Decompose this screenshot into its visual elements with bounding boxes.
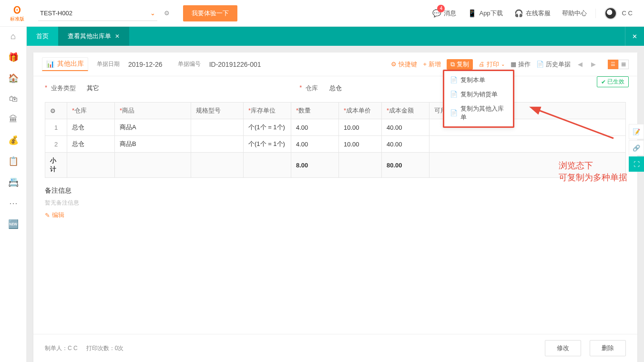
gift-icon[interactable]: 🎁	[8, 52, 19, 62]
subtotal-label: 小计	[45, 153, 67, 178]
online-service-label: 在线客服	[526, 9, 551, 18]
print-count-info: 打印次数：0次	[86, 344, 124, 352]
cell-cost-price: 10.00	[339, 136, 382, 153]
table-row[interactable]: 2 总仓 商品B 个(1个 = 1个) 4.00 10.00 40.00	[45, 136, 626, 153]
history-button[interactable]: 📄历史单据	[536, 60, 571, 69]
doc-icon: 📊	[46, 60, 54, 68]
user-menu[interactable]: C C	[604, 7, 633, 20]
view-grid-button[interactable]: ▦	[618, 60, 629, 69]
doc-no-value: ID-20191226-001	[209, 61, 261, 68]
logo: ʘ 标准版	[6, 4, 29, 22]
help-center-link[interactable]: 帮助中心	[562, 9, 587, 18]
top-header: ʘ 标准版 TEST-H002 ⌄ ⚙ 我要体验一下 💬 消息 4 📱 App下…	[0, 0, 644, 27]
cell-qty: 4.00	[291, 136, 339, 153]
doc-type-tab[interactable]: 📊 其他出库	[42, 57, 88, 71]
left-nav-rail: ⌂ 🎁 🏠 🛍 🏛 💰 📋 📇 ⋯ 🆕	[0, 27, 27, 362]
messages-link[interactable]: 💬 消息 4	[432, 9, 456, 18]
doc-date-label: 单据日期	[97, 60, 120, 68]
copy-dropdown-menu: 📄复制本单 📄复制为销货单 📄复制为其他入库单	[443, 70, 514, 128]
note-tool-button[interactable]: 📝	[629, 124, 644, 139]
cell-available	[429, 136, 626, 153]
store-name: TEST-H002	[40, 10, 72, 17]
items-table: ⚙ *仓库 *商品 规格型号 *库存单位 *数量 *成本单价 *成本金额 可用量…	[45, 102, 626, 178]
history-icon: 📄	[536, 61, 544, 68]
close-all-tabs[interactable]: ✕	[625, 27, 644, 46]
home-icon[interactable]: ⌂	[10, 31, 16, 41]
subtotal-row: 小计 8.00 80.00	[45, 153, 626, 178]
avatar	[604, 7, 617, 20]
house-icon[interactable]: 🏠	[8, 73, 19, 83]
new-icon[interactable]: 🆕	[8, 219, 19, 229]
warehouse-value: 总仓	[329, 84, 342, 93]
chevron-down-icon: ⌄	[501, 62, 505, 67]
copy-self-item[interactable]: 📄复制本单	[444, 73, 513, 87]
phone-icon: 📱	[468, 9, 477, 18]
tab-home[interactable]: 首页	[27, 27, 58, 46]
copy-button[interactable]: ⧉复制	[447, 59, 473, 70]
try-button[interactable]: 我要体验一下	[183, 5, 237, 21]
remark-title: 备注信息	[45, 186, 626, 195]
bag-icon[interactable]: 🛍	[9, 94, 18, 104]
copy-icon: ⧉	[450, 61, 455, 68]
app-download-link[interactable]: 📱 App下载	[468, 9, 502, 18]
user-name: C C	[622, 10, 633, 17]
chevron-down-icon: ⌄	[150, 10, 155, 17]
cell-cost-price: 10.00	[339, 119, 382, 136]
doc-type-label: 其他出库	[57, 60, 84, 68]
page-tabs: 首页 查看其他出库单 ✕ ✕	[27, 27, 644, 46]
delete-button[interactable]: 删除	[590, 340, 626, 356]
print-button[interactable]: 🖨打印⌄	[479, 60, 505, 69]
online-service-link[interactable]: 🎧 在线客服	[514, 9, 551, 18]
status-text: 已生效	[607, 78, 624, 86]
doc-icon: 📄	[450, 91, 458, 98]
cell-qty: 4.00	[291, 119, 339, 136]
cell-cost-amount: 40.00	[382, 119, 429, 136]
contact-icon[interactable]: 📇	[8, 177, 19, 187]
messages-label: 消息	[444, 9, 456, 18]
prev-doc-button[interactable]: ◀	[576, 61, 584, 68]
doc-icon: 📄	[450, 109, 458, 116]
edit-remark-button[interactable]: ✎ 编辑	[45, 211, 626, 219]
form-row: * 业务类型 其它 * 仓库 总仓	[45, 84, 626, 93]
biz-type-value: 其它	[87, 84, 99, 93]
shortcut-button[interactable]: ⚙快捷键	[391, 60, 417, 69]
subtotal-amount: 80.00	[382, 153, 429, 178]
check-icon: ✔	[601, 79, 606, 85]
warehouse-icon[interactable]: 🏛	[9, 114, 18, 124]
doc-date-value: 2019-12-26	[128, 61, 163, 68]
plus-icon: +	[423, 61, 427, 68]
table-row[interactable]: 1 总仓 商品A 个(1个 = 1个) 4.00 10.00 40.00	[45, 119, 626, 136]
gear-icon: ⚙	[391, 61, 397, 68]
warehouse-label: 仓库	[306, 84, 318, 93]
grid-icon: ▦	[511, 61, 516, 68]
subtotal-qty: 8.00	[291, 153, 339, 178]
remark-empty: 暂无备注信息	[45, 199, 626, 207]
close-icon[interactable]: ✕	[115, 33, 120, 40]
tab-home-label: 首页	[36, 32, 49, 41]
operate-button[interactable]: ▦操作	[511, 60, 531, 69]
cell-warehouse: 总仓	[67, 119, 115, 136]
store-selector[interactable]: TEST-H002 ⌄	[38, 6, 157, 21]
more-icon[interactable]: ⋯	[9, 198, 18, 208]
right-float-tools: 📝 🔗 ⛶	[629, 124, 644, 172]
tab-view-doc[interactable]: 查看其他出库单 ✕	[58, 27, 129, 46]
card-header: 📊 其他出库 单据日期 2019-12-26 单据编号 ID-20191226-…	[33, 52, 637, 76]
next-doc-button[interactable]: ▶	[590, 61, 597, 68]
link-tool-button[interactable]: 🔗	[629, 140, 644, 155]
tab-view-doc-label: 查看其他出库单	[68, 32, 111, 41]
modify-button[interactable]: 修改	[545, 340, 581, 356]
money-icon[interactable]: 💰	[8, 135, 19, 145]
clipboard-icon[interactable]: 📋	[8, 156, 19, 166]
gear-icon[interactable]: ⚙	[164, 10, 170, 17]
card-footer: 制单人：C C 打印次数：0次 修改 删除	[33, 334, 637, 362]
cell-product: 商品B	[115, 136, 191, 153]
doc-no-label: 单据编号	[178, 60, 201, 68]
expand-tool-button[interactable]: ⛶	[629, 156, 644, 172]
view-list-button[interactable]: ☰	[608, 60, 618, 69]
row-index: 1	[45, 119, 67, 136]
gear-column[interactable]: ⚙	[45, 103, 67, 119]
copy-to-other-in-item[interactable]: 📄复制为其他入库单	[444, 102, 513, 124]
creator-info: 制单人：C C	[45, 344, 78, 352]
add-button[interactable]: +新增	[423, 60, 441, 69]
copy-to-sale-item[interactable]: 📄复制为销货单	[444, 87, 513, 102]
